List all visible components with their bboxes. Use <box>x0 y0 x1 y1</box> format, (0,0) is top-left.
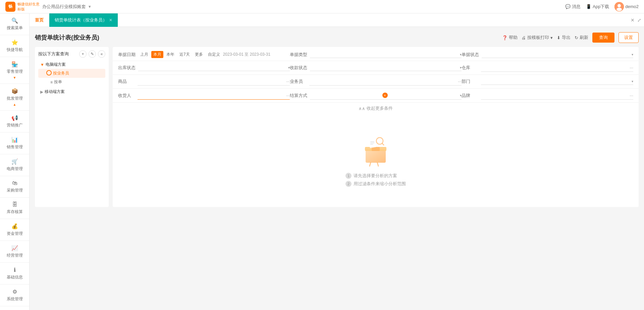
sidebar-item-ecomm-mgmt[interactable]: 🛒 电商管理 <box>0 154 29 176</box>
consignee-input[interactable] <box>138 93 286 98</box>
salesperson-dropdown[interactable]: ··· <box>309 79 462 84</box>
hint-item-1: 1 请先选择要分析的方案 <box>345 173 406 179</box>
svg-rect-7 <box>368 139 376 148</box>
sidebar-item-marketing[interactable]: 📢 营销推广 <box>0 111 29 133</box>
sidebar-item-ops-mgmt[interactable]: 📈 经营管理 <box>0 241 29 263</box>
doc-type-control[interactable]: ▾ <box>310 51 462 58</box>
filter-row-2: 出库状态 ▾ 收款状态 <box>113 61 639 75</box>
sidebar-item-retail-mgmt[interactable]: 🏪 零售管理 ▼ <box>0 57 29 84</box>
dept-control[interactable]: ▾ <box>481 78 633 85</box>
collapse-more-conditions-btn[interactable]: ∧∧ 收起更多条件 <box>113 103 639 114</box>
sales-stat-tab-label: 销货单统计表（按业务员） <box>55 17 107 23</box>
svg-point-2 <box>616 8 622 11</box>
payment-method-clear-btn[interactable]: × <box>382 93 388 98</box>
brand-control[interactable]: ··· <box>481 92 633 100</box>
dept-dropdown[interactable]: ▾ <box>481 80 633 83</box>
doc-type-dropdown[interactable]: ▾ <box>310 53 462 56</box>
product-control[interactable]: ··· <box>138 78 290 86</box>
doc-status-control[interactable]: ▾ <box>482 51 633 58</box>
out-status-control[interactable]: ▾ <box>138 64 290 71</box>
warehouse-dropdown[interactable]: ··· <box>481 65 633 70</box>
tab-close-all-btn[interactable]: ✕ <box>631 17 635 23</box>
pay-status-arrow-icon: ▾ <box>460 66 462 69</box>
tab-close-btn[interactable]: ✕ <box>109 18 112 22</box>
date-btn-7days[interactable]: 近7天 <box>177 51 192 58</box>
sidebar-item-sales-mgmt[interactable]: 📊 销售管理 <box>0 133 29 154</box>
sidebar-item-inventory[interactable]: 🗄 库存核算 <box>0 198 29 219</box>
tree-sub-item-by-order[interactable]: ≡ 按单 <box>38 78 105 86</box>
filter-item-doc-status: 单据状态 ▾ <box>462 51 633 58</box>
warehouse-control[interactable]: ··· <box>481 64 633 72</box>
tab-bar: 首页 销货单统计表（按业务员） ✕ ✕ ⤢ <box>30 13 644 27</box>
collapse-up-icon: ∧∧ <box>359 106 365 111</box>
sidebar-item-search-menu[interactable]: 🔍 搜索菜单 <box>0 13 29 35</box>
payment-method-control[interactable]: × ▾ <box>310 91 462 100</box>
app-download-btn[interactable]: 📱 App下载 <box>586 4 609 10</box>
filter-item-salesperson: 业务员 ··· <box>290 78 462 86</box>
expand-icon: ▼ <box>13 76 16 80</box>
scheme-tree: ▼ 电脑端方案 按业务员 ≡ <box>38 60 105 96</box>
scheme-edit-btn[interactable]: ✎ <box>89 50 96 58</box>
tab-expand-btn[interactable]: ⤢ <box>637 17 641 23</box>
query-button[interactable]: 查询 <box>592 33 614 43</box>
consignee-dots-icon: ··· <box>286 93 290 98</box>
payment-method-dropdown[interactable]: × ▾ <box>310 93 462 98</box>
consignee-control[interactable]: ··· <box>138 92 290 100</box>
filter-item-doc-type: 单据类型 ▾ <box>290 51 462 58</box>
brand-dots-icon: ··· <box>630 93 633 98</box>
tab-home[interactable]: 首页 <box>30 13 49 27</box>
tree-item-by-salesperson[interactable]: 按业务员 <box>38 69 105 78</box>
marketing-icon: 📢 <box>11 115 18 121</box>
sidebar-item-label: 系统管理 <box>7 296 23 302</box>
tree-group-mobile: ▶ 移动端方案 <box>38 88 105 96</box>
payment-method-arrow-icon: ▾ <box>460 94 462 97</box>
message-btn[interactable]: 💬 消息 <box>565 4 581 10</box>
user-area[interactable]: demo2 <box>614 2 639 11</box>
sidebar-item-label: 零售管理 <box>7 69 23 74</box>
breadcrumb-dropdown[interactable]: 办公用品行业模拟账套 <box>42 4 86 10</box>
date-btn-last-month[interactable]: 上月 <box>138 51 150 58</box>
print-icon: 🖨 <box>522 35 526 40</box>
doc-status-dropdown[interactable]: ▾ <box>482 53 633 56</box>
product-dropdown[interactable]: ··· <box>138 79 290 84</box>
ecomm-mgmt-icon: 🛒 <box>11 158 18 165</box>
sidebar-item-label: 采购管理 <box>7 188 23 193</box>
tree-group-mobile-header[interactable]: ▶ 移动端方案 <box>38 88 105 96</box>
refresh-btn[interactable]: ↻ 刷新 <box>575 35 588 41</box>
svg-line-12 <box>382 143 384 145</box>
salesperson-control[interactable]: ··· <box>309 78 462 86</box>
sidebar-item-basic-info[interactable]: ℹ 基础信息 <box>0 263 29 285</box>
sidebar-item-label: 电商管理 <box>7 166 23 172</box>
sidebar-item-label: 经营管理 <box>7 253 23 258</box>
date-btn-this-month[interactable]: 本月 <box>151 51 163 58</box>
scheme-collapse-btn[interactable]: « <box>98 50 105 58</box>
brand-dropdown[interactable]: ··· <box>481 93 633 98</box>
pay-status-dropdown[interactable]: ▾ <box>310 66 462 69</box>
sidebar-item-quick-nav[interactable]: ⭐ 快捷导航 <box>0 35 29 57</box>
date-btn-more[interactable]: 更多 <box>193 51 205 58</box>
page-content: 销货单统计表(按业务员) ❓ 帮助 🖨 按模板打印 ▾ ⬇ <box>30 27 644 310</box>
svg-line-14 <box>377 163 378 166</box>
sidebar-item-finance-mgmt[interactable]: 💰 资金管理 <box>0 219 29 241</box>
tree-group-pc-header[interactable]: ▼ 电脑端方案 <box>38 60 105 69</box>
page-actions: ❓ 帮助 🖨 按模板打印 ▾ ⬇ 导出 ↻ <box>502 32 639 43</box>
template-print-btn[interactable]: 🖨 按模板打印 ▾ <box>522 35 553 41</box>
export-btn[interactable]: ⬇ 导出 <box>557 35 571 41</box>
sidebar-item-purchase-mgmt[interactable]: 🛍 采购管理 <box>0 176 29 198</box>
pay-status-control[interactable]: ▾ <box>310 64 462 71</box>
basic-info-icon: ℹ <box>14 267 16 273</box>
date-btn-this-year[interactable]: 本年 <box>164 51 176 58</box>
sidebar-item-enterprise-coop[interactable]: 🤝 企业协同 <box>0 306 29 310</box>
tab-sales-stat[interactable]: 销货单统计表（按业务员） ✕ <box>49 13 118 27</box>
sidebar-item-sys-mgmt[interactable]: ⚙ 系统管理 <box>0 285 29 306</box>
out-status-dropdown[interactable]: ▾ <box>138 66 290 69</box>
settings-button[interactable]: 设置 <box>619 32 639 43</box>
date-btn-custom[interactable]: 自定义 <box>206 51 222 58</box>
help-btn[interactable]: ❓ 帮助 <box>502 35 518 41</box>
scheme-add-btn[interactable]: + <box>79 50 87 58</box>
left-panel: 按以下方案查询 + ✎ « ▼ <box>35 47 109 207</box>
doc-type-arrow-icon: ▾ <box>460 53 462 56</box>
page-title-bar: 销货单统计表(按业务员) ❓ 帮助 🖨 按模板打印 ▾ ⬇ <box>35 32 639 43</box>
sidebar-item-wholesale-mgmt[interactable]: 📦 批发管理 ▲ <box>0 84 29 111</box>
date-range-display: 2023-03-01 至 2023-03-31 <box>223 52 270 57</box>
